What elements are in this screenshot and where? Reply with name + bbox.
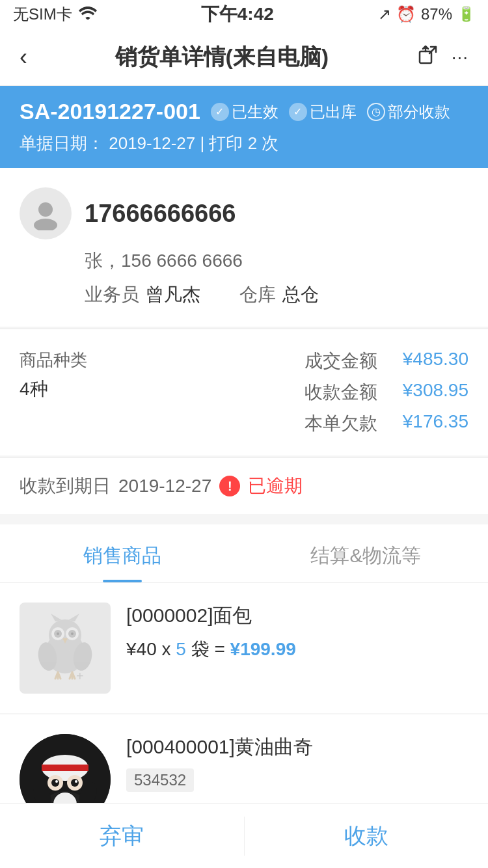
customer-top: 17666666666 (20, 187, 468, 239)
warehouse-label: 仓库 (239, 282, 276, 307)
svg-point-2 (34, 219, 57, 230)
customer-card: 17666666666 张，156 6666 6666 业务员 曾凡杰 仓库 总… (0, 168, 488, 327)
due-date-row: 收款到期日 2019-12-27 ! 已逾期 (0, 458, 488, 514)
product-info-1: [0000002]面包 ¥40 x 5 袋 = ¥199.99 (126, 603, 468, 662)
badge-effective: ✓ 已生效 (211, 102, 278, 122)
svg-text:+: + (76, 669, 84, 683)
print-count: 2 (248, 133, 257, 153)
collect-payment-button[interactable]: 收款 (245, 804, 489, 868)
badge-shipped: ✓ 已出库 (289, 102, 357, 122)
order-date-row: 单据日期： 2019-12-27 | 打印 2 次 (20, 132, 468, 155)
svg-point-22 (71, 779, 79, 787)
svg-point-21 (51, 779, 59, 787)
receipt-value: ¥308.95 (390, 380, 468, 405)
share-icon[interactable] (416, 44, 439, 70)
status-time: 下午4:42 (201, 2, 274, 27)
order-id: SA-20191227-001 (20, 99, 200, 124)
clock-icon: ◷ (367, 103, 385, 121)
product-name-1: [0000002]面包 (126, 603, 468, 629)
avatar (20, 187, 72, 239)
nav-actions: ··· (416, 44, 468, 70)
badge-partial-payment: ◷ 部分收款 (367, 102, 450, 122)
salesman-value: 曾凡杰 (146, 282, 200, 307)
wifi-icon (79, 5, 97, 23)
debt-amount-row: 本单欠款 ¥176.35 (305, 411, 468, 436)
svg-marker-14 (68, 614, 79, 621)
debt-label: 本单欠款 (305, 411, 377, 436)
warehouse-value: 总仓 (282, 282, 319, 307)
battery-icon: 🔋 (457, 6, 475, 23)
battery-text: 87% (421, 5, 452, 23)
status-bar: 无SIM卡 下午4:42 ↗ ⏰ 87% 🔋 (0, 0, 488, 29)
status-right: ↗ ⏰ 87% 🔋 (378, 5, 475, 23)
nav-bar: ‹ 销货单详情(来自电脑) ··· (0, 29, 488, 86)
customer-meta: 业务员 曾凡杰 仓库 总仓 (20, 282, 468, 307)
svg-point-10 (71, 632, 74, 635)
svg-point-1 (38, 202, 53, 217)
price-total-1: ¥199.99 (230, 639, 296, 659)
deal-label: 成交金额 (305, 349, 377, 373)
tab-sales-products[interactable]: 销售商品 (0, 524, 244, 582)
tabs: 销售商品 结算&物流等 (0, 524, 488, 583)
carrier-text: 无SIM卡 (13, 4, 72, 25)
category-value: 4种 (20, 377, 87, 401)
alarm-icon: ⏰ (396, 5, 416, 23)
stats-card: 商品种类 4种 成交金额 ¥485.30 收款金额 ¥308.95 本单欠款 ¥… (0, 329, 488, 455)
price-base-1: ¥40 (126, 639, 157, 659)
svg-marker-13 (51, 614, 62, 621)
svg-point-23 (55, 780, 58, 783)
product-sku-2: 534532 (126, 768, 194, 792)
svg-point-24 (75, 780, 77, 783)
stats-right: 成交金额 ¥485.30 收款金额 ¥308.95 本单欠款 ¥176.35 (305, 349, 468, 436)
stats-left: 商品种类 4种 (20, 349, 87, 401)
category-label: 商品种类 (20, 349, 87, 372)
location-icon: ↗ (378, 5, 391, 23)
order-banner: SA-20191227-001 ✓ 已生效 ✓ 已出库 ◷ 部分收款 单据日期：… (0, 86, 488, 168)
status-left: 无SIM卡 (13, 4, 97, 25)
warehouse-item: 仓库 总仓 (239, 282, 319, 307)
svg-rect-18 (42, 765, 88, 771)
overdue-icon: ! (219, 476, 240, 496)
tab-settlement[interactable]: 结算&物流等 (244, 524, 488, 582)
salesman-label: 业务员 (85, 282, 139, 307)
price-qty-1: 5 (176, 639, 186, 659)
check-icon-2: ✓ (289, 103, 307, 121)
deal-amount-row: 成交金额 ¥485.30 (305, 349, 468, 373)
product-price-1: ¥40 x 5 袋 = ¥199.99 (126, 637, 468, 662)
bottom-bar: 弃审 收款 (0, 803, 488, 868)
product-thumb-1: + (20, 603, 111, 694)
svg-point-9 (57, 632, 59, 635)
cancel-audit-button[interactable]: 弃审 (0, 804, 244, 868)
order-date-value: 2019-12-27 (109, 133, 195, 153)
overdue-text: 已逾期 (248, 474, 303, 498)
back-button[interactable]: ‹ (20, 44, 27, 71)
due-date-label: 收款到期日 (20, 474, 111, 498)
check-icon-1: ✓ (211, 103, 229, 121)
receipt-label: 收款金额 (305, 380, 377, 405)
customer-phone: 张，156 6666 6666 (20, 249, 468, 273)
more-icon[interactable]: ··· (452, 47, 468, 68)
product-item-1: + [0000002]面包 ¥40 x 5 袋 = ¥199.99 (0, 583, 488, 713)
order-id-row: SA-20191227-001 ✓ 已生效 ✓ 已出库 ◷ 部分收款 (20, 99, 468, 124)
due-date-value: 2019-12-27 (118, 476, 211, 496)
salesman-item: 业务员 曾凡杰 (85, 282, 200, 307)
product-name-2: [000400001]黄油曲奇 (126, 734, 468, 761)
debt-value: ¥176.35 (390, 411, 468, 436)
page-title: 销货单详情(来自电脑) (115, 42, 329, 72)
customer-id: 17666666666 (85, 200, 236, 228)
deal-value: ¥485.30 (390, 349, 468, 373)
receipt-amount-row: 收款金额 ¥308.95 (305, 380, 468, 405)
